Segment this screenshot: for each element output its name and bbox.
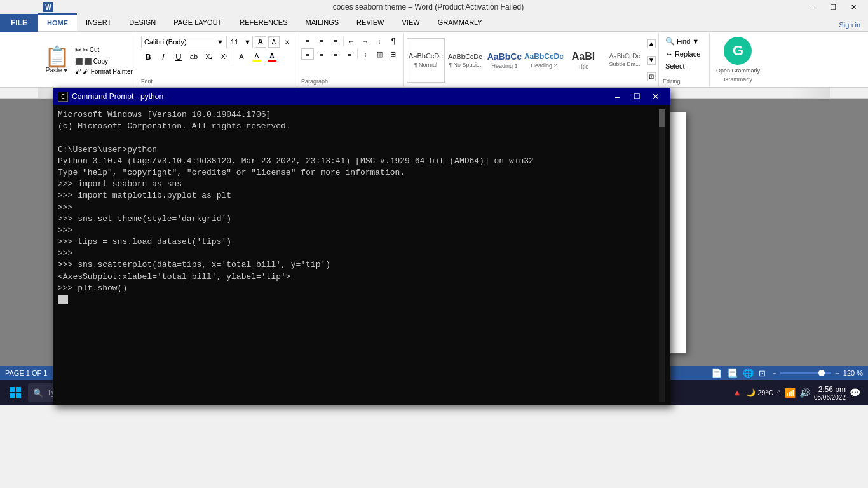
grammarly-button[interactable]: G [724, 37, 752, 65]
cmd-minimize-button[interactable]: – [608, 90, 627, 104]
align-right-button[interactable]: ≡ [329, 48, 342, 60]
tab-review[interactable]: REVIEW [348, 13, 393, 31]
restore-button[interactable]: ☐ [824, 1, 843, 13]
tab-insert[interactable]: INSERT [77, 13, 120, 31]
zoom-slider[interactable] [780, 372, 831, 374]
grammarly-group: G Open Grammarly Grammarly [710, 33, 766, 87]
volume-icon[interactable]: 🔊 [799, 388, 810, 398]
underline-button[interactable]: U [172, 50, 186, 64]
align-center-button[interactable]: ≡ [315, 48, 328, 60]
style-normal[interactable]: AaBbCcDc ¶ Normal [407, 38, 445, 83]
zoom-in-button[interactable]: ＋ [834, 369, 841, 378]
bold-button[interactable]: B [141, 50, 155, 64]
align-left-button[interactable]: ≡ [301, 48, 314, 60]
tab-mailings[interactable]: MAILINGS [297, 13, 348, 31]
tab-design[interactable]: DESIGN [120, 13, 165, 31]
paragraph-group: ≡ ≡ ≡ ← → ↕ ¶ ≡ ≡ ≡ ≡ ↕ ▥ ⊞ Paragraph [297, 33, 404, 87]
shading-button[interactable]: ▥ [373, 48, 386, 60]
zoom-slider-thumb [818, 370, 825, 376]
justify-button[interactable]: ≡ [343, 48, 356, 60]
tray-arrow[interactable]: ^ [777, 388, 781, 398]
style-heading1[interactable]: AaBbCc Heading 1 [485, 38, 524, 83]
file-button[interactable]: FILE [0, 14, 38, 32]
cmd-window: C Command Prompt - python – ☐ ✕ Microsof… [53, 88, 670, 405]
borders-button[interactable]: ⊞ [387, 48, 400, 60]
close-button[interactable]: ✕ [844, 1, 863, 13]
strikethrough-button[interactable]: ab [187, 50, 201, 64]
italic-button[interactable]: I [156, 50, 170, 64]
weather-display[interactable]: 🌙 29°C [746, 388, 773, 397]
cmd-window-controls: – ☐ ✕ [608, 90, 665, 104]
highlight-button[interactable]: A [250, 50, 264, 64]
paste-button[interactable]: 📋 Paste▼ [41, 34, 74, 86]
style-no-spacing[interactable]: AaBbCcDc ¶ No Spaci... [446, 38, 484, 83]
sign-in-button[interactable]: Sign in [831, 18, 868, 31]
select-button[interactable]: Select - [663, 61, 705, 71]
focus-mode-icon[interactable]: ⊡ [759, 369, 766, 378]
bullets-button[interactable]: ≡ [301, 36, 314, 47]
cmd-scrollbar[interactable] [659, 109, 665, 402]
tab-page-layout[interactable]: PAGE LAYOUT [165, 13, 231, 31]
clipboard-group: 📋 Paste▼ ✂✂ Cut ⬛⬛ Copy 🖌🖌 Format Painte… [38, 33, 137, 87]
start-button[interactable] [3, 380, 28, 405]
styles-more[interactable]: ⊡ [647, 72, 656, 81]
decrease-indent-button[interactable]: ← [345, 36, 358, 47]
find-button[interactable]: 🔍 Find ▼ [663, 36, 705, 47]
title-bar: FILE W codes seaborn theme – Word (Produ… [0, 0, 868, 14]
zoom-level[interactable]: 120 % [843, 369, 863, 377]
font-grow-button[interactable]: A [255, 36, 266, 48]
increase-indent-button[interactable]: → [359, 36, 372, 47]
network-wifi-icon[interactable]: 📶 [785, 388, 796, 398]
copy-button[interactable]: ⬛⬛ Copy [74, 57, 134, 65]
font-name-selector[interactable]: Calibri (Body)▼ [141, 36, 227, 48]
cmd-restore-button[interactable]: ☐ [627, 90, 646, 104]
tab-view[interactable]: VIEW [393, 13, 429, 31]
text-effect-button[interactable]: A [234, 50, 248, 64]
date-display: 05/06/2022 [814, 394, 846, 401]
cmd-close-button[interactable]: ✕ [646, 90, 665, 104]
numbering-button[interactable]: ≡ [315, 36, 328, 47]
show-marks-button[interactable]: ¶ [387, 36, 400, 47]
minimize-button[interactable]: – [803, 1, 822, 13]
cmd-output: Microsoft Windows [Version 10.0.19044.17… [58, 109, 659, 402]
search-icon: 🔍 [33, 388, 43, 398]
network-icon[interactable]: 🔺 [732, 388, 742, 398]
print-layout-icon[interactable]: 📃 [727, 368, 738, 378]
styles-scroll-down[interactable]: ▼ [647, 56, 656, 65]
read-mode-icon[interactable]: 📄 [711, 368, 722, 378]
tab-references[interactable]: REFERENCES [231, 13, 296, 31]
page-count: PAGE 1 OF 1 [5, 369, 47, 377]
cut-button[interactable]: ✂✂ Cut [74, 45, 134, 55]
weather-icon: 🌙 [746, 388, 756, 397]
tab-home[interactable]: HOME [38, 13, 77, 31]
grammarly-label: Open Grammarly [716, 67, 760, 74]
font-shrink-button[interactable]: A [268, 36, 280, 48]
multilevel-button[interactable]: ≡ [329, 36, 342, 47]
clock-display[interactable]: 2:56 pm 05/06/2022 [814, 385, 846, 401]
line-spacing-button[interactable]: ↕ [359, 48, 372, 60]
editing-label: Editing [663, 78, 705, 85]
font-size-selector[interactable]: 11▼ [229, 36, 253, 48]
style-title[interactable]: AaBl Title [564, 38, 602, 83]
notification-icon[interactable]: 💬 [850, 388, 860, 398]
font-color-button[interactable]: A [265, 50, 279, 64]
styles-group: AaBbCcDc ¶ Normal AaBbCcDc ¶ No Spaci...… [404, 33, 659, 87]
style-heading2[interactable]: AaBbCcDc Heading 2 [525, 38, 563, 83]
tab-grammarly[interactable]: GRAMMARLY [429, 13, 491, 31]
editing-group: 🔍 Find ▼ ↔ Replace Select - Editing [659, 33, 710, 87]
cmd-body: Microsoft Windows [Version 10.0.19044.17… [53, 105, 670, 405]
window-title: codes seaborn theme – Word (Product Acti… [53, 3, 803, 11]
zoom-out-button[interactable]: － [771, 369, 778, 378]
superscript-button[interactable]: X² [217, 50, 231, 64]
divider [343, 36, 344, 46]
replace-button[interactable]: ↔ Replace [663, 48, 705, 60]
format-painter-button[interactable]: 🖌🖌 Format Painter [74, 67, 134, 76]
clear-formatting-button[interactable]: ✕ [281, 36, 293, 48]
time-display: 2:56 pm [814, 385, 846, 394]
cmd-title-bar: C Command Prompt - python – ☐ ✕ [53, 88, 670, 105]
web-layout-icon[interactable]: 🌐 [743, 368, 754, 378]
sort-button[interactable]: ↕ [373, 36, 386, 47]
subscript-button[interactable]: X₂ [202, 50, 216, 64]
style-subtle-em[interactable]: AaBbCcDc Subtle Em... [604, 38, 646, 83]
styles-scroll-up[interactable]: ▲ [647, 39, 656, 48]
